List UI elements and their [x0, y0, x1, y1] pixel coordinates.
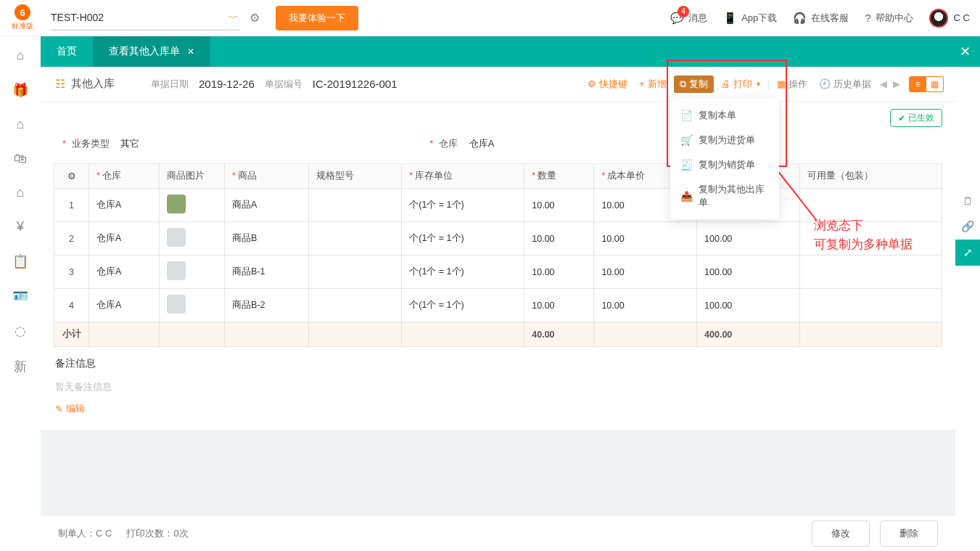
add-button[interactable]: +新增 — [635, 75, 671, 94]
copy-this-item[interactable]: 📄复制本单 — [670, 103, 779, 128]
link-icon[interactable]: 🔗 — [955, 213, 980, 240]
row-image — [159, 256, 224, 289]
copy-purchase-item[interactable]: 🛒复制为进货单 — [670, 128, 779, 152]
row-qty: 10.00 — [524, 289, 594, 322]
messages-badge: 4 — [678, 6, 689, 17]
view-list[interactable]: ≡ — [909, 76, 926, 92]
org-selector[interactable]: TEST-H002 ﹀ — [51, 6, 239, 30]
subtotal-qty: 40.00 — [524, 322, 594, 347]
sale-icon: 🧾 — [680, 159, 693, 171]
note-icon[interactable]: 🗒 — [955, 187, 980, 213]
header-product: 商品 — [224, 164, 308, 189]
tab-view-doc[interactable]: 查看其他入库单 ✕ — [93, 36, 210, 67]
doc-title: 其他入库 — [71, 77, 115, 91]
row-unit: 个(1个 = 1个) — [402, 289, 524, 322]
row-spec — [309, 222, 402, 256]
plus-icon: + — [639, 78, 645, 89]
print-icon: 🖨 — [721, 78, 730, 89]
footer-buttons: 修改 删除 — [812, 521, 938, 547]
help-center-label: 帮助中心 — [876, 12, 913, 25]
edit-icon: ✎ — [55, 404, 63, 415]
gift-icon[interactable]: 🎁 — [12, 82, 28, 98]
document-card: ☷ 其他入库 单据日期 2019-12-26 单据编号 IC-20191226-… — [41, 67, 955, 430]
online-service-link[interactable]: 🎧 在线客服 — [793, 12, 849, 25]
header-unit: 库存单位 — [402, 164, 524, 189]
copy-other-out-item[interactable]: 📤复制为其他出库单 — [670, 177, 779, 215]
new-icon[interactable]: 新 — [14, 358, 27, 375]
product-image — [167, 295, 186, 314]
row-available — [799, 289, 942, 322]
house-icon[interactable]: ⌂ — [17, 117, 25, 132]
copy-purchase-label: 复制为进货单 — [699, 134, 755, 147]
table-row[interactable]: 1仓库A商品A个(1个 = 1个)10.0010.00100.00 — [54, 189, 942, 222]
try-button[interactable]: 我要体验一下 — [276, 6, 358, 30]
status-text: 已生效 — [908, 112, 934, 124]
app-download-link[interactable]: 📱 App下载 — [723, 12, 777, 25]
row-index: 3 — [54, 256, 89, 289]
items-table: ⚙ 仓库 商品图片 商品 规格型号 库存单位 数量 成本单价 成本金额 可用量（… — [54, 163, 942, 347]
clipboard-icon[interactable]: 📋 — [12, 253, 28, 269]
close-icon[interactable]: ✕ — [187, 46, 194, 57]
header-warehouse: 仓库 — [89, 164, 160, 189]
biz-type-value: 其它 — [120, 138, 139, 149]
home-icon[interactable]: ⌂ — [17, 48, 25, 63]
person-card-icon[interactable]: 🪪 — [12, 288, 28, 304]
money-icon[interactable]: ¥ — [17, 219, 24, 234]
header-qty: 数量 — [524, 164, 594, 189]
warehouse-value: 仓库A — [469, 138, 495, 149]
table-row[interactable]: 3仓库A商品B-1个(1个 = 1个)10.0010.00100.00 — [54, 256, 942, 289]
prev-doc[interactable]: ◀ — [878, 75, 889, 92]
shortcut-button[interactable]: ⚙快捷键 — [583, 75, 632, 94]
copy-button[interactable]: ⧉复制 📄复制本单 🛒复制为进货单 🧾复制为销货单 📤复制为其他出库单 — [674, 75, 714, 93]
help-icon: ? — [865, 12, 870, 24]
messages-link[interactable]: 💬 消息 4 — [670, 12, 707, 25]
help-center-link[interactable]: ? 帮助中心 — [865, 12, 913, 25]
headset-icon: 🎧 — [793, 12, 807, 25]
row-index: 2 — [54, 222, 89, 256]
copy-other-out-label: 复制为其他出库单 — [699, 183, 769, 209]
row-amount: 100.00 — [697, 289, 800, 322]
modify-button[interactable]: 修改 — [812, 521, 870, 547]
delete-button[interactable]: 删除 — [880, 521, 938, 547]
view-toggle: ≡ ▦ — [909, 76, 944, 92]
tab-home[interactable]: 首页 — [41, 36, 93, 67]
row-warehouse: 仓库A — [89, 289, 160, 322]
row-image — [159, 189, 224, 222]
gear-icon[interactable]: ⚙ — [250, 11, 260, 25]
row-qty: 10.00 — [524, 222, 594, 256]
expand-icon[interactable]: ⤢ — [955, 240, 980, 266]
header-available: 可用量（包装） — [799, 164, 942, 189]
add-label: 新增 — [648, 78, 667, 91]
copy-sales-item[interactable]: 🧾复制为销货单 — [670, 152, 779, 177]
remark-edit-button[interactable]: ✎编辑 — [55, 402, 941, 415]
header-right: 💬 消息 4 📱 App下载 🎧 在线客服 ? 帮助中心 C C — [670, 9, 970, 28]
brand-logo[interactable]: 6 标准版 — [9, 4, 36, 31]
print-button[interactable]: 🖨打印▾ — [717, 75, 765, 94]
app-header: 6 标准版 TEST-H002 ﹀ ⚙ 我要体验一下 💬 消息 4 📱 App下… — [0, 0, 980, 36]
warehouse-field: * 仓库 仓库A — [429, 137, 494, 150]
close-all-tabs[interactable]: ✕ — [950, 36, 980, 67]
warehouse-label: 仓库 — [439, 138, 458, 149]
product-image — [167, 261, 186, 280]
print-count: 打印次数：0次 — [126, 527, 188, 540]
subtotal-label: 小计 — [54, 322, 89, 347]
user-menu[interactable]: C C — [929, 9, 970, 28]
doc-type-tab[interactable]: ☷ 其他入库 — [41, 67, 129, 102]
row-index: 4 — [54, 289, 89, 322]
header-gear[interactable]: ⚙ — [54, 164, 89, 189]
loading-icon[interactable]: ◌ — [15, 323, 26, 339]
history-button[interactable]: 🕘历史单据 — [815, 75, 876, 94]
warehouse-icon[interactable]: ⌂ — [17, 185, 25, 200]
operate-button[interactable]: ▦操作 — [773, 75, 812, 94]
next-doc[interactable]: ▶ — [892, 75, 902, 92]
row-price: 10.00 — [594, 256, 697, 289]
header-spec: 规格型号 — [309, 164, 402, 189]
remark-empty: 暂无备注信息 — [55, 380, 941, 393]
outbound-icon: 📤 — [680, 190, 693, 202]
table-row[interactable]: 2仓库A商品B个(1个 = 1个)10.0010.00100.00 — [54, 222, 942, 256]
table-row[interactable]: 4仓库A商品B-2个(1个 = 1个)10.0010.00100.00 — [54, 289, 942, 322]
view-card[interactable]: ▦ — [926, 76, 944, 92]
bag-icon[interactable]: 🛍 — [14, 151, 27, 166]
remark-edit-label: 编辑 — [66, 402, 85, 415]
subtotal-amount: 400.00 — [697, 322, 800, 347]
